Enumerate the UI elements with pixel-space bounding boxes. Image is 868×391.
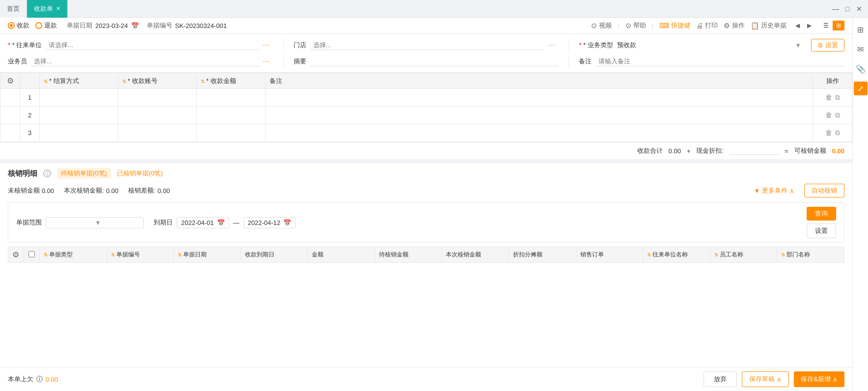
date-from-input[interactable]: 2022-04-01 📅 [177,217,229,228]
row2-amount[interactable] [197,107,266,124]
unchecked-value: 0.00 [42,187,54,195]
date-range-filter: 到期日 2022-04-01 📅 — 2022-04-12 📅 [154,217,296,228]
section-divider [0,159,852,163]
row3-account[interactable] [118,124,197,142]
row1-action: 🗑 ⧉ [813,89,852,107]
radio-receipt[interactable]: 收款 [8,21,29,30]
date-from-calendar-icon[interactable]: 📅 [217,219,225,226]
discount-input[interactable] [730,147,779,155]
date-to-calendar-icon[interactable]: 📅 [283,219,291,226]
salesperson-more[interactable]: ··· [259,57,273,66]
bottom-table-gear-icon[interactable]: ⚙ [12,251,19,259]
history-label: 历史单据 [761,21,787,30]
note-input[interactable] [596,56,844,66]
row1-amount[interactable] [197,89,266,107]
sidebar-mail-icon[interactable]: ✉ [854,42,868,56]
tab-done[interactable]: 已核销单据(0笔) [113,168,167,179]
row3-settlement[interactable] [40,124,118,142]
shortcut-btn[interactable]: ⌨ 快捷键 [659,21,690,30]
tab-receipt[interactable]: 收款单 ✕ [27,0,68,18]
diff-value: 0.00 [158,187,170,195]
business-type-chevron[interactable]: ▼ [795,42,801,49]
row2-settlement[interactable] [40,107,118,124]
th-discount-label: 折扣分摊额 [513,251,542,258]
nav-next[interactable]: ▶ [804,21,814,30]
summary-input[interactable] [310,56,559,66]
table-gear-icon[interactable]: ⚙ [7,77,14,85]
doc-date-label: 单据日期 [67,21,92,30]
select-all-checkbox[interactable] [28,251,35,257]
counterparty-input[interactable] [46,40,259,50]
th-employee: 员工名称 [710,247,777,263]
help-btn[interactable]: ⊙ 帮助 [625,21,646,30]
video-btn[interactable]: ⊙ 视频 [591,21,612,30]
th-remark: 备注 [266,73,813,89]
nav-prev[interactable]: ◀ [792,21,802,30]
amount-info-icon[interactable]: ⓘ [36,375,43,384]
row1-remark[interactable] [266,89,813,107]
section-title-row: 核销明细 ⓘ 待核销单据(0笔) 已核销单据(0笔) [8,168,844,179]
row2-copy-icon[interactable]: ⧉ [835,111,840,119]
history-icon: 📋 [751,22,759,29]
row3-remark[interactable] [266,124,813,142]
th-due-date-label: 收款到期日 [245,251,274,258]
range-select[interactable]: ▼ [46,217,144,228]
row1-copy-icon[interactable]: ⧉ [835,93,840,102]
save-draft-button[interactable]: 保存草稿 ∧ [742,371,789,387]
salesperson-input[interactable] [31,56,259,66]
operation-btn[interactable]: ⚙ 操作 [724,21,745,30]
tab-home[interactable]: 首页 [0,0,27,18]
sidebar-table-icon[interactable]: ⊞ [854,23,868,36]
note-label: 备注 [579,57,592,66]
counterparty-more[interactable]: ··· [259,41,273,50]
th-settings: ⚙ [0,73,20,89]
receipt-table-section: ⚙ * 结算方式 * 收款账号 * 收款金额 备注 操作 1 [0,73,852,142]
grid-view-btn[interactable]: ⊞ [833,21,844,30]
row3-copy-icon[interactable]: ⧉ [835,129,840,137]
row2-remark[interactable] [266,107,813,124]
row3-settings [0,124,20,142]
date-to-input[interactable]: 2022-04-12 📅 [244,217,296,228]
more-conditions-btn[interactable]: ▼ 更多条件 ∧ [754,186,794,195]
save-draft-label: 保存草稿 [749,375,775,384]
history-btn[interactable]: 📋 历史单据 [751,21,787,30]
business-type-label: * 业务类型 [579,41,613,50]
query-button[interactable]: 查询 [807,207,836,221]
verification-info-icon[interactable]: ⓘ [43,169,51,177]
save-new-button[interactable]: 保存&新增 ∧ [794,371,844,387]
sidebar-attachment-icon[interactable]: 📎 [854,62,868,76]
settings-button[interactable]: ⚙ 设置 [811,39,844,52]
row3-amount[interactable] [197,124,266,142]
sidebar-resize-icon[interactable]: ⤢ [854,82,868,95]
auto-verify-button[interactable]: 自动核销 [804,184,844,197]
window-close[interactable]: ✕ [855,5,863,13]
row3-delete-icon[interactable]: 🗑 [825,129,832,137]
radio-refund[interactable]: 退款 [35,21,57,30]
th-department-label: 部门名称 [787,251,810,258]
divider1 [283,39,284,51]
row1-account[interactable] [118,89,197,107]
th-amount: 金额 [308,247,375,263]
store-input[interactable] [310,40,544,50]
store-more[interactable]: ··· [544,41,559,50]
th-doc-date-label: 单据日期 [183,251,207,258]
print-btn[interactable]: 🖨 打印 [696,21,718,30]
list-view-btn[interactable]: ☰ [820,21,832,30]
tab-pending-label: 待核销单据(0笔) [61,169,107,177]
filter-settings-button[interactable]: 设置 [807,223,836,238]
tab-receipt-close[interactable]: ✕ [56,5,60,12]
settings-btn-label: 设置 [825,41,838,50]
total-label: 收款合计 [637,146,663,155]
row2-account[interactable] [118,107,197,124]
row2-delete-icon[interactable]: 🗑 [825,111,832,119]
row1-settlement[interactable] [40,89,118,107]
tab-pending[interactable]: 待核销单据(0笔) [57,168,111,179]
window-minimize[interactable]: — [832,5,840,13]
abandon-button[interactable]: 放弃 [704,371,737,387]
row2-action-icons: 🗑 ⧉ [817,111,848,119]
window-maximize[interactable]: □ [843,5,851,13]
calendar-icon[interactable]: 📅 [131,22,139,29]
row1-delete-icon[interactable]: 🗑 [825,93,832,102]
right-sidebar: ⊞ ✉ 📎 ⤢ [852,18,868,391]
th-doc-type: 单据类型 [40,247,107,263]
